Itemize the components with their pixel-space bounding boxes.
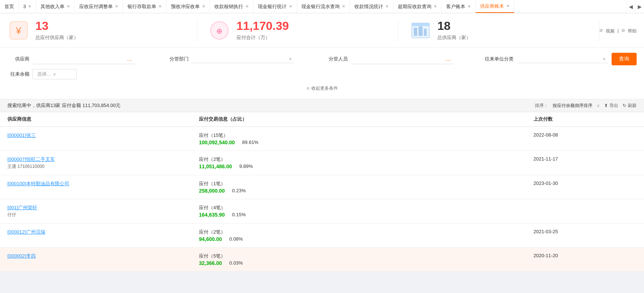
balance-select[interactable]: 选择... ∨ bbox=[32, 69, 77, 79]
total-suppliers-label: 总供应商（家） bbox=[437, 34, 471, 41]
last-pay-cell-1: 2022-08-08 bbox=[533, 132, 637, 138]
supplier-name-5[interactable]: [000012]广州贝瑞 bbox=[7, 229, 199, 235]
sort-select[interactable]: 按应付余额倒序排序 bbox=[553, 103, 592, 109]
filter-row-2: 往来余额 选择... ∨ bbox=[7, 69, 637, 79]
stat-card-payable-total: ⊕ 11,170.39 应付合计（万） bbox=[197, 19, 399, 41]
trans-amount-3[interactable]: 258,000.00 bbox=[199, 188, 225, 194]
trans-amount-5[interactable]: 94,600.00 bbox=[199, 236, 222, 242]
nav-supplier-account-close[interactable]: ✕ bbox=[506, 4, 510, 8]
nav-cash-bank-stat-label: 现金银行统计 bbox=[258, 3, 287, 10]
nav-overdue-collect[interactable]: 超期应收款查询 ✕ bbox=[393, 0, 442, 13]
nav-advance-offset[interactable]: 预收冲应收单 ✕ bbox=[167, 0, 210, 13]
top-right-links: ⊙ 视频 | ⊙ 帮助 bbox=[599, 27, 637, 34]
last-pay-cell-2: 2021-11-17 bbox=[533, 156, 637, 162]
unit-category-select[interactable]: ∨ bbox=[517, 55, 609, 63]
nav-cash-bank-stat[interactable]: 现金银行统计 ✕ bbox=[253, 0, 297, 13]
collapse-bar[interactable]: ∧ 收起更多条件 bbox=[7, 83, 637, 94]
col-trans-info: 应付交易信息（占比） bbox=[199, 116, 533, 123]
nav-cash-bank-flow-close[interactable]: ✕ bbox=[342, 4, 345, 9]
trans-percent-5: 0.08% bbox=[229, 236, 243, 242]
supplier-name-3[interactable]: [000100]本特勤油品有限公司 bbox=[7, 180, 199, 187]
refresh-button[interactable]: ↻ 刷新 bbox=[623, 103, 637, 109]
trans-amount-1[interactable]: 100,092,540.00 bbox=[199, 139, 235, 145]
trans-amount-4[interactable]: 164,635.90 bbox=[199, 212, 225, 218]
nav-advance-offset-close[interactable]: ✕ bbox=[202, 4, 205, 9]
top-navigation: 首页 3 ✕ 其他收入单 ✕ 应收应付调整单 ✕ 银行存取款单 ✕ 预收冲应收单… bbox=[0, 0, 644, 13]
filter-supplier: 供应商 … bbox=[7, 54, 159, 64]
nav-other-income-close[interactable]: ✕ bbox=[67, 4, 70, 9]
nav-bank-deposit[interactable]: 银行存取款单 ✕ bbox=[123, 0, 167, 13]
stat-card-total-suppliers: 18 总供应商（家） bbox=[398, 19, 599, 41]
results-summary: 搜索结果中，供应商13家 应付金额 111,703,854.00元 bbox=[7, 102, 120, 109]
nav-collect-stat-label: 收款情况统计 bbox=[354, 3, 383, 10]
nav-arrow-left[interactable]: ◀ bbox=[626, 0, 635, 13]
supplier-name-4[interactable]: [001]广州荣轩 bbox=[7, 204, 199, 211]
nav-bank-deposit-label: 银行存取款单 bbox=[127, 3, 156, 10]
nav-supplier-account[interactable]: 供应商账本 ✕ bbox=[476, 0, 514, 13]
nav-cash-bank-flow[interactable]: 现金银行流水查询 ✕ bbox=[297, 0, 350, 13]
department-select[interactable]: ∨ bbox=[192, 55, 295, 63]
nav-collect-verify-label: 收款核销执行 bbox=[214, 3, 243, 10]
nav-tab3-close[interactable]: ✕ bbox=[28, 4, 31, 9]
supplier-name-1[interactable]: [000001]张三 bbox=[7, 132, 199, 139]
trans-amount-2[interactable]: 11,051,486.00 bbox=[199, 163, 232, 169]
nav-ap-adjust-close[interactable]: ✕ bbox=[115, 4, 118, 9]
trans-amount-6[interactable]: 32,366.00 bbox=[199, 260, 222, 266]
payable-total-number: 11,170.39 bbox=[237, 20, 289, 32]
supplier-name-6[interactable]: [000002]李四 bbox=[7, 253, 199, 259]
nav-arrow-right[interactable]: ▶ bbox=[635, 0, 644, 13]
trans-cell-4: 应付（4笔） 164,635.90 0.15% bbox=[199, 204, 533, 218]
balance-chevron-icon: ∨ bbox=[53, 72, 56, 77]
nav-home[interactable]: 首页 bbox=[0, 0, 19, 13]
nav-customer-account-label: 客户账本 bbox=[446, 3, 465, 10]
supplier-name-2[interactable]: [000007]恒旺二手叉车 bbox=[7, 156, 199, 163]
nav-collect-stat[interactable]: 收款情况统计 ✕ bbox=[350, 0, 393, 13]
supplier-input[interactable]: … bbox=[32, 54, 136, 64]
trans-row-3: 258,000.00 0.23% bbox=[199, 187, 533, 194]
person-input[interactable]: … bbox=[351, 54, 454, 64]
nav-collect-stat-close[interactable]: ✕ bbox=[385, 4, 389, 9]
total-suppliers-icon bbox=[409, 19, 431, 41]
trans-label-5: 应付（2笔） bbox=[199, 229, 533, 235]
last-pay-cell-3: 2023-01-30 bbox=[533, 180, 637, 186]
supplier-cell-6: [000002]李四 bbox=[7, 253, 199, 259]
filter-row-1: 供应商 … 分管部门 ∨ 分管人员 … 往来单位分类 bbox=[7, 53, 637, 65]
nav-cash-bank-stat-close[interactable]: ✕ bbox=[289, 4, 292, 9]
export-button[interactable]: ⬆ 导出 bbox=[604, 103, 618, 109]
nav-collect-verify[interactable]: 收款核销执行 ✕ bbox=[210, 0, 253, 13]
last-pay-date-2: 2021-11-17 bbox=[533, 156, 558, 162]
supplier-sub-2: 王通 17106110000 bbox=[7, 163, 199, 170]
nav-customer-account-close[interactable]: ✕ bbox=[468, 4, 471, 9]
help-link[interactable]: 帮助 bbox=[628, 28, 637, 34]
filter-balance: 往来余额 选择... ∨ bbox=[7, 69, 637, 79]
unit-category-label: 往来单位分类 bbox=[485, 56, 514, 62]
trans-label-1: 应付（15笔） bbox=[199, 132, 533, 139]
export-icon: ⬆ bbox=[604, 103, 608, 108]
nav-ap-adjust-label: 应收应付调整单 bbox=[79, 3, 113, 10]
last-pay-date-6: 2020-11-20 bbox=[533, 253, 558, 258]
video-link[interactable]: 视频 bbox=[606, 28, 615, 34]
nav-other-income[interactable]: 其他收入单 ✕ bbox=[36, 0, 75, 13]
payable-suppliers-label: 总应付供应商（家） bbox=[35, 34, 78, 41]
nav-collect-verify-close[interactable]: ✕ bbox=[245, 4, 249, 9]
table-header: 供应商信息 应付交易信息（占比） 上次付数 bbox=[0, 112, 644, 127]
stat-info-payable: 13 总应付供应商（家） bbox=[35, 20, 78, 41]
divider: | bbox=[617, 28, 619, 33]
collapse-label: 收起更多条件 bbox=[311, 86, 338, 91]
trans-cell-3: 应付（1笔） 258,000.00 0.23% bbox=[199, 180, 533, 194]
query-button[interactable]: 查询 bbox=[612, 53, 637, 65]
supplier-cell-4: [001]广州荣轩 仔仔 bbox=[7, 204, 199, 218]
nav-tab3[interactable]: 3 ✕ bbox=[19, 0, 36, 13]
nav-overdue-collect-close[interactable]: ✕ bbox=[434, 4, 437, 9]
payable-total-icon: ⊕ bbox=[209, 19, 231, 41]
supplier-cell-5: [000012]广州贝瑞 bbox=[7, 229, 199, 235]
nav-customer-account[interactable]: 客户账本 ✕ bbox=[442, 0, 476, 13]
payable-suppliers-icon: ¥ bbox=[7, 19, 29, 41]
trans-row-4: 164,635.90 0.15% bbox=[199, 211, 533, 218]
last-pay-date-1: 2022-08-08 bbox=[533, 132, 558, 138]
nav-bank-deposit-close[interactable]: ✕ bbox=[158, 4, 162, 9]
trans-label-3: 应付（1笔） bbox=[199, 180, 533, 187]
person-dots-icon: … bbox=[445, 56, 451, 62]
nav-ap-adjust[interactable]: 应收应付调整单 ✕ bbox=[75, 0, 123, 13]
supplier-cell-2: [000007]恒旺二手叉车 王通 17106110000 bbox=[7, 156, 199, 170]
